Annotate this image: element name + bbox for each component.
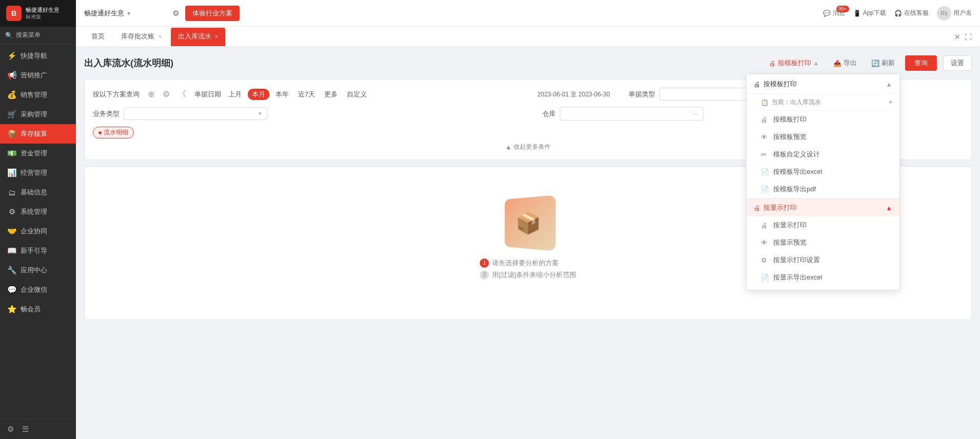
item-preview-icon: 👁	[761, 133, 769, 141]
sidebar-item-marketing[interactable]: 📢 营销推广	[0, 66, 76, 85]
sidebar-item-inventory[interactable]: 📦 库存核算	[0, 124, 76, 144]
sidebar-nav: ⚡ 快捷导航 📢 营销推广 💰 销售管理 🛒 采购管理 📦 库存核算 💵 资金管…	[0, 44, 76, 419]
dropdown-item-template-custom[interactable]: ✏ 模板自定义设计	[747, 146, 899, 163]
tab-batch[interactable]: 库存批次账 ×	[114, 28, 169, 46]
sidebar-item-member[interactable]: ⭐ 畅会员	[0, 300, 76, 319]
sidebar-item-quick-nav[interactable]: ⚡ 快捷导航	[0, 46, 76, 66]
print-dropdown-arrow[interactable]: ▲	[813, 60, 819, 66]
tab-batch-close-icon[interactable]: ×	[159, 33, 162, 39]
logo-text: 畅捷通好生意 标准版	[26, 6, 60, 21]
sidebar-item-finance[interactable]: 💵 资金管理	[0, 144, 76, 163]
biztype-label: 业务类型	[93, 109, 120, 118]
tab-home[interactable]: 首页	[84, 28, 112, 46]
dropdown-item-template-print[interactable]: 🖨 按模板打印	[747, 111, 899, 128]
sidebar-logo: B 畅捷通好生意 标准版	[0, 0, 76, 27]
export-btn[interactable]: 📤 导出	[829, 56, 861, 70]
search-menu-btn[interactable]: 🔍 搜索菜单	[5, 31, 71, 39]
sidebar-item-basic[interactable]: 🗂 基础信息	[0, 183, 76, 202]
filter-collapse-icon[interactable]: 《	[178, 89, 186, 99]
dropdown-collapse-icon[interactable]: ▲	[886, 81, 892, 88]
active-tag-flowdetail[interactable]: 流水明细	[93, 127, 134, 138]
collapse-btn[interactable]: ▲ 收起更多条件	[505, 143, 551, 151]
dropdown-item-template-preview[interactable]: 👁 按模板预览	[747, 128, 899, 146]
sidebar-item-sales[interactable]: 💰 销售管理	[0, 85, 76, 105]
print-template-btn[interactable]: 🖨 按模板打印 ▲	[765, 56, 823, 70]
section2-print-icon: 🖨	[754, 204, 760, 212]
finance-icon: 💵	[7, 149, 16, 158]
tabbar-close-icon[interactable]: ✕	[954, 33, 961, 41]
sidebar-search[interactable]: 🔍 搜索菜单	[0, 27, 76, 44]
sidebar-item-wechat[interactable]: 💬 企业微信	[0, 280, 76, 300]
item-custom-icon: ✏	[761, 151, 769, 158]
item-pdf-icon: 📄	[761, 186, 769, 193]
dropdown-item-template-export-pdf[interactable]: 📄 按模板导出pdf	[747, 181, 899, 198]
settings-btn[interactable]: 设置	[943, 55, 972, 71]
dropdown-header-title: 🖨 按模板打印	[754, 79, 797, 89]
topbar: 畅捷通好生意 ▾ ⚙ 体验行业方案 💬 消息 99+ 📱 App下载 🎧 在线客…	[76, 0, 980, 27]
dropdown-header: 🖨 按模板打印 ▲	[747, 74, 899, 94]
topbar-app-btn[interactable]: 📱 App下载	[853, 9, 886, 17]
dropdown-item-display-export-pdf[interactable]: 📄 按显示导出pdf	[747, 286, 899, 290]
date-btn-7days[interactable]: 近7天	[295, 89, 318, 100]
topbar-gear-icon[interactable]: ⚙	[172, 9, 179, 18]
dropdown-item-display-print-settings[interactable]: ⚙ 按显示打印设置	[747, 251, 899, 269]
dropdown-scroll: 🖨 按模板打印 ▲ 📋 当前：出入库流水 ▾	[747, 74, 899, 290]
collapse-up-icon: ▲	[505, 144, 512, 151]
topbar-brand-text: 畅捷通好生意	[84, 9, 124, 18]
dropdown-print-icon: 🖨	[754, 81, 760, 88]
date-btn-this-year[interactable]: 本年	[272, 89, 292, 100]
operations-icon: 📊	[7, 168, 16, 177]
wechat-icon: 💬	[7, 285, 16, 294]
app-icon: 📱	[853, 10, 861, 17]
warehouse-select[interactable]: ···	[560, 107, 703, 121]
date-btn-this-month[interactable]: 本月	[248, 89, 269, 100]
biztype-select[interactable]: ▾	[124, 107, 267, 120]
trial-btn[interactable]: 体验行业方案	[185, 6, 240, 21]
footer-menu-icon[interactable]: ☰	[22, 425, 29, 434]
current-template-row: 📋 当前：出入库流水 ▾	[747, 94, 899, 111]
tab-inout-close-icon[interactable]: ×	[214, 33, 218, 39]
query-btn[interactable]: 查询	[905, 55, 937, 71]
sidebar-item-guide[interactable]: 📖 新手引导	[0, 241, 76, 261]
filter-add-icon[interactable]: ⊕	[148, 89, 154, 99]
topbar-service-btn[interactable]: 🎧 在线客服	[894, 9, 929, 17]
msg-icon: 💬	[823, 10, 831, 17]
item-excel-icon: 📄	[761, 168, 769, 176]
filter-biztype-field: 业务类型 ▾	[93, 107, 514, 120]
tab-inout[interactable]: 出入库流水 ×	[171, 28, 225, 46]
page-actions: 🖨 按模板打印 ▲ 📤 导出 🔄 刷新	[765, 55, 972, 71]
guide-icon: 📖	[7, 246, 16, 255]
sidebar-item-operations[interactable]: 📊 经营管理	[0, 163, 76, 183]
basic-icon: 🗂	[7, 188, 16, 197]
sidebar-item-system[interactable]: ⚙ 系统管理	[0, 202, 76, 222]
empty-state-image: 📦	[505, 195, 556, 251]
topbar-msg-btn[interactable]: 💬 消息 99+	[823, 9, 845, 17]
topbar-dropdown-icon[interactable]: ▾	[127, 10, 130, 17]
dropdown-section2-header[interactable]: 🖨 按显示打印 ▲	[747, 198, 899, 216]
date-btn-custom[interactable]: 自定义	[344, 89, 370, 100]
sidebar-item-collab[interactable]: 🤝 企业协同	[0, 222, 76, 241]
date-btn-more[interactable]: 更多	[321, 89, 341, 100]
current-template-arrow[interactable]: ▾	[889, 99, 892, 106]
topbar-user-btn[interactable]: Rit 用户名	[937, 6, 972, 21]
search-icon: 🔍	[5, 32, 13, 39]
dropdown-item-display-print[interactable]: 🖨 按显示打印	[747, 216, 899, 234]
warehouse-label: 仓库	[542, 109, 556, 118]
display-settings-icon: ⚙	[761, 256, 769, 264]
sidebar-item-app-center[interactable]: 🔧 应用中心	[0, 261, 76, 280]
tabbar-expand-icon[interactable]: ⛶	[965, 33, 972, 41]
dropdown-item-display-preview[interactable]: 👁 按显示预览	[747, 234, 899, 251]
refresh-btn[interactable]: 🔄 刷新	[867, 56, 899, 70]
dropdown-item-display-export-excel[interactable]: 📄 按显示导出excel	[747, 269, 899, 286]
topbar-right: 💬 消息 99+ 📱 App下载 🎧 在线客服 Rit 用户名	[823, 6, 972, 21]
filter-label: 按以下方案查询	[93, 90, 140, 99]
main-area: 畅捷通好生意 ▾ ⚙ 体验行业方案 💬 消息 99+ 📱 App下载 🎧 在线客…	[76, 0, 980, 439]
refresh-icon: 🔄	[871, 59, 879, 67]
section2-arrow[interactable]: ▲	[886, 204, 892, 212]
footer-settings-icon[interactable]: ⚙	[7, 425, 14, 434]
dropdown-item-template-export-excel[interactable]: 📄 按模板导出excel	[747, 163, 899, 181]
date-btn-last-month[interactable]: 上月	[225, 89, 245, 100]
filter-date-field: 单据日期 上月 本月 本年 近7天 更多 自定义	[194, 89, 529, 100]
sidebar-item-purchase[interactable]: 🛒 采购管理	[0, 105, 76, 124]
filter-setting-icon[interactable]: ⚙	[163, 89, 170, 99]
